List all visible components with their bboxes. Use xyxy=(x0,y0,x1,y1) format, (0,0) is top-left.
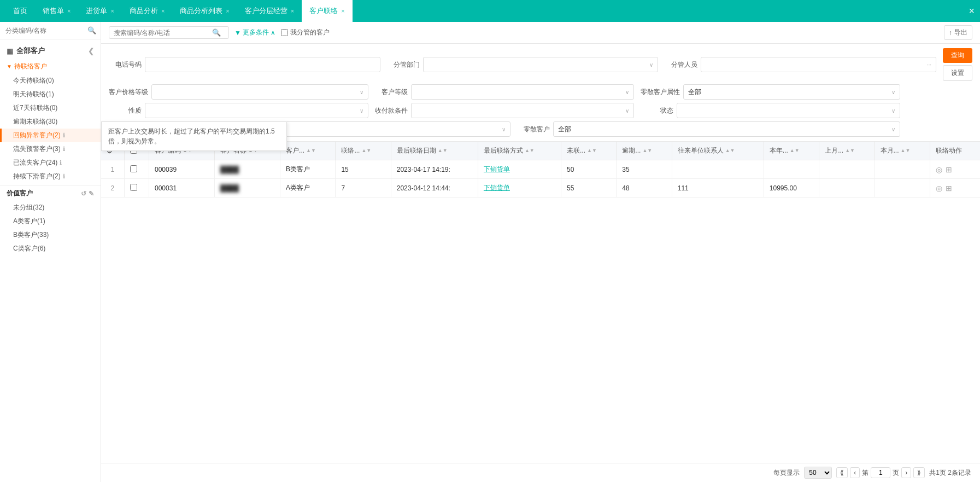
close-purchase-tab[interactable]: × xyxy=(110,8,114,14)
sidebar-item-churned[interactable]: 已流失客户(24) ℹ xyxy=(0,156,101,170)
nav-purchase[interactable]: 进货单 × xyxy=(78,0,121,22)
sidebar-item-7days[interactable]: 近7天待联络(0) xyxy=(0,101,101,115)
prev-page-btn[interactable]: ‹ xyxy=(850,467,860,478)
payment-select[interactable]: ∨ xyxy=(411,103,635,118)
sort-icon[interactable]: ▲▼ xyxy=(587,148,597,153)
row-num-2: 2 xyxy=(101,179,124,198)
info-icon4[interactable]: ℹ xyxy=(63,173,65,180)
sidebar-root[interactable]: ▦ 全部客户 ❮ xyxy=(0,43,101,59)
info-icon2[interactable]: ℹ xyxy=(63,146,65,153)
last-page-btn[interactable]: ⟫ xyxy=(913,467,925,478)
sidebar-item-class-a[interactable]: A类客户(1) xyxy=(0,214,101,228)
sort-icon[interactable]: ▲▼ xyxy=(525,148,535,153)
sort-icon[interactable]: ▲▼ xyxy=(306,148,316,153)
per-page-select[interactable]: 50 100 200 xyxy=(804,467,832,479)
row-checkbox-1[interactable] xyxy=(124,160,149,179)
nav-customer-contact[interactable]: 客户联络 × xyxy=(302,0,352,22)
main-layout: 🔍 ▦ 全部客户 ❮ ▼ 待联络客户 今天待联络(0) 明天待联络(1) 近7天… xyxy=(0,22,980,482)
sidebar-item-abnormal[interactable]: 回购异常客户(2) ℹ xyxy=(0,129,101,142)
nature-select[interactable]: ∨ xyxy=(145,103,368,118)
row-contacts-2: 111 xyxy=(672,179,764,198)
sort-icon[interactable]: ▲▼ xyxy=(642,148,652,153)
info-icon[interactable]: ℹ xyxy=(63,132,65,139)
search-icon[interactable]: 🔍 xyxy=(212,28,221,37)
close-product-analysis-tab[interactable]: × xyxy=(161,8,165,14)
filter-manager: 分管人员 ··· xyxy=(665,57,936,72)
customer-tier-select[interactable]: ∨ xyxy=(411,84,635,100)
export-icon: ↑ xyxy=(949,29,952,37)
row-last-date-2: 2023-04-12 14:44: xyxy=(391,179,478,198)
contact-icon-2[interactable]: ◎ xyxy=(936,184,942,193)
edit-icon[interactable]: ✎ xyxy=(89,190,94,198)
next-page-btn[interactable]: › xyxy=(901,467,911,478)
info-icon3[interactable]: ℹ xyxy=(60,159,62,166)
global-close-button[interactable]: × xyxy=(969,5,975,17)
sort-icon[interactable]: ▲▼ xyxy=(845,148,855,153)
dept-select[interactable]: ∨ xyxy=(423,57,659,72)
sidebar-item-unclassified[interactable]: 未分组(32) xyxy=(0,201,101,214)
sidebar-search-icon[interactable]: 🔍 xyxy=(87,26,96,34)
my-customers-filter[interactable]: 我分管的客户 xyxy=(281,28,330,37)
sidebar-section-value: 价值客户 ↺ ✎ xyxy=(0,185,101,201)
nav-product-analysis[interactable]: 商品分析 × xyxy=(122,0,172,22)
sidebar-item-churn-warning[interactable]: 流失预警客户(3) ℹ xyxy=(0,142,101,156)
price-tier-select[interactable]: ∨ xyxy=(151,84,368,100)
sort-icon[interactable]: ▲▼ xyxy=(901,148,911,153)
row-select-2[interactable] xyxy=(130,184,137,191)
retail-customer-label: 零散客户 xyxy=(517,125,550,134)
sidebar-section-pending[interactable]: ▼ 待联络客户 xyxy=(0,59,101,74)
sidebar-item-overdue[interactable]: 逾期未联络(30) xyxy=(0,115,101,129)
col-uncontacted: 未联... ▲▼ xyxy=(561,142,617,160)
refresh-icon[interactable]: ↺ xyxy=(81,190,86,198)
more-conditions-btn[interactable]: ▼ 更多条件 ∧ xyxy=(234,28,275,37)
close-product-list-tab[interactable]: × xyxy=(226,8,229,14)
status-select[interactable]: ∨ xyxy=(677,103,900,118)
sidebar-item-declining[interactable]: 持续下滑客户(2) ℹ xyxy=(0,170,101,183)
sidebar-item-class-b[interactable]: B类客户(33) xyxy=(0,228,101,242)
contact-icon-1[interactable]: ◎ xyxy=(936,165,942,174)
col-actions: 联络动作 xyxy=(930,142,980,160)
my-customers-checkbox[interactable] xyxy=(281,29,288,36)
row-num-1: 1 xyxy=(101,160,124,179)
page-number-input[interactable] xyxy=(871,467,890,478)
table-area: ⚙ 客户编码 ▲▼ 客户名称 xyxy=(101,142,980,463)
search-wrap: 🔍 xyxy=(109,26,229,39)
chevron-down-icon: ∨ xyxy=(360,108,363,114)
more-action-icon-2[interactable]: ⊞ xyxy=(946,184,952,193)
row-select-1[interactable] xyxy=(130,165,137,172)
nav-product-list[interactable]: 商品分析列表 × xyxy=(172,0,237,22)
nav-customer-tier[interactable]: 客户分层经营 × xyxy=(237,0,302,22)
sort-icon[interactable]: ▲▼ xyxy=(438,148,448,153)
sidebar-item-class-c[interactable]: C类客户(6) xyxy=(0,242,101,255)
chevron-down-icon: ∨ xyxy=(891,126,895,132)
sidebar-item-tomorrow[interactable]: 明天待联络(1) xyxy=(0,88,101,101)
sort-icon[interactable]: ▲▼ xyxy=(790,148,800,153)
col-last-month: 上月... ▲▼ xyxy=(819,142,875,160)
row-checkbox-2[interactable] xyxy=(124,179,149,198)
sidebar-collapse-btn[interactable]: ❮ xyxy=(88,47,94,55)
manager-select[interactable]: ··· xyxy=(701,57,936,72)
search-input[interactable] xyxy=(114,29,212,37)
sidebar-search-input[interactable] xyxy=(5,27,87,34)
more-action-icon-1[interactable]: ⊞ xyxy=(946,165,952,174)
retail-customer-select[interactable]: 全部 ∨ xyxy=(553,121,900,137)
close-sales-tab[interactable]: × xyxy=(67,8,71,14)
filter-dept: 分管部门 ∨ xyxy=(387,57,659,72)
retail-attr-select[interactable]: 全部 ∨ xyxy=(683,84,900,100)
row-contacts-1 xyxy=(672,160,764,179)
settings-button[interactable]: 设置 xyxy=(943,65,972,81)
nav-sales[interactable]: 销售单 × xyxy=(35,0,78,22)
chevron-down-icon: ∨ xyxy=(625,89,629,95)
sort-icon[interactable]: ▲▼ xyxy=(361,148,371,153)
close-customer-contact-tab[interactable]: × xyxy=(341,8,344,14)
sort-icon[interactable]: ▲▼ xyxy=(725,148,735,153)
phone-input[interactable] xyxy=(145,57,380,72)
export-button[interactable]: ↑ 导出 xyxy=(944,25,972,40)
query-button[interactable]: 查询 xyxy=(943,48,972,63)
arrow-icon: ▼ xyxy=(7,63,12,69)
tooltip-box: 距客户上次交易时长，超过了此客户的平均交易周期的1.5倍，则视为异常。 xyxy=(101,121,287,151)
nav-home[interactable]: 首页 xyxy=(5,0,35,22)
first-page-btn[interactable]: ⟪ xyxy=(836,467,848,478)
sidebar-item-today[interactable]: 今天待联络(0) xyxy=(0,74,101,88)
close-customer-tier-tab[interactable]: × xyxy=(291,8,294,14)
